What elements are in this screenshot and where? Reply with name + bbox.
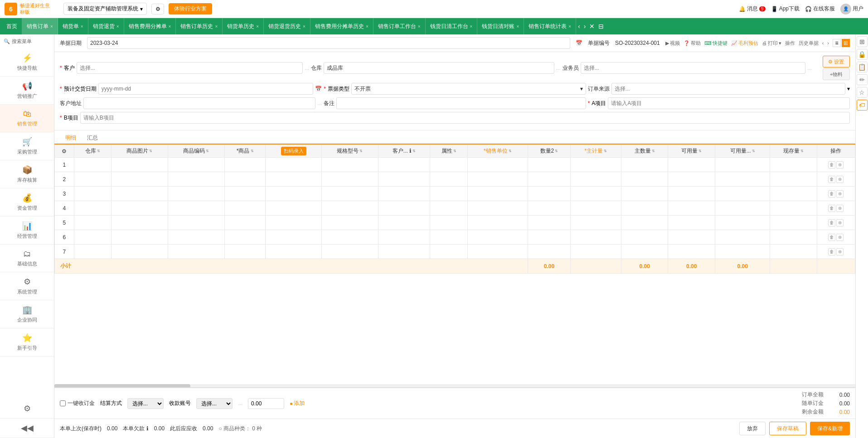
amount-input[interactable]: [248, 398, 284, 409]
salesperson-input[interactable]: [581, 62, 805, 74]
row-copy-6[interactable]: ⊕: [836, 234, 844, 241]
account-more-icon[interactable]: …: [238, 401, 242, 406]
row-copy-3[interactable]: ⊕: [836, 190, 844, 197]
row-delete-7[interactable]: 🗑: [828, 248, 835, 255]
calendar-icon[interactable]: 📅: [576, 40, 582, 46]
add-material-btn[interactable]: +物料: [823, 68, 850, 80]
close-sales-history-icon[interactable]: ×: [256, 24, 259, 29]
sidebar-collapse[interactable]: ◀◀: [0, 419, 54, 438]
tab-workbench[interactable]: 销售订单工作台 ×: [373, 18, 426, 34]
sidebar-item-inventory[interactable]: 📦 库存核算: [0, 160, 54, 188]
th-sku[interactable]: 商品编码⇅: [168, 145, 224, 158]
tab-sales-stat[interactable]: 销售订单统计表 ×: [524, 18, 576, 34]
th-sales-unit[interactable]: *销售单位⇅: [467, 145, 528, 158]
th-warehouse[interactable]: 仓库⇅: [74, 145, 111, 158]
a-project-input[interactable]: [608, 97, 850, 109]
b-project-input[interactable]: [80, 112, 850, 124]
th-available2[interactable]: 可用量...⇅: [715, 145, 770, 158]
right-icon-2[interactable]: 🔒: [857, 49, 868, 60]
row-delete-3[interactable]: 🗑: [828, 190, 835, 197]
nav-menu-icon[interactable]: ⊟: [596, 23, 606, 30]
operate-btn[interactable]: 操作: [785, 40, 795, 47]
view-btn[interactable]: ▶ 视频: [665, 40, 680, 47]
close-daily-reconcile-icon[interactable]: ×: [516, 24, 519, 29]
payment-select[interactable]: 选择...: [127, 398, 164, 409]
tab-summary[interactable]: 汇总: [82, 132, 103, 144]
close-sales-stat-icon[interactable]: ×: [568, 24, 571, 29]
profit-btn[interactable]: 📈 毛利预估: [731, 40, 758, 47]
tab-sales-order[interactable]: 销售订单 ×: [22, 18, 58, 34]
right-icon-5[interactable]: ☆: [857, 87, 868, 98]
discard-btn[interactable]: 放弃: [739, 422, 766, 435]
close-history-icon[interactable]: ×: [215, 24, 218, 29]
online-service-item[interactable]: 🎧 在线客服: [805, 5, 835, 13]
one-click-label[interactable]: 一键收订金: [60, 399, 95, 407]
right-icon-3[interactable]: 📋: [857, 62, 868, 72]
th-settings[interactable]: ⚙: [55, 145, 74, 158]
tab-sales[interactable]: 销货单 ×: [58, 18, 88, 34]
row-delete-1[interactable]: 🗑: [828, 161, 835, 168]
remark-input[interactable]: [336, 97, 586, 109]
nav-close-all-icon[interactable]: ✕: [587, 23, 596, 30]
close-sales-icon[interactable]: ×: [81, 24, 83, 29]
th-available[interactable]: 可用量⇅: [668, 145, 715, 158]
notification-item[interactable]: 🔔 消息 9: [739, 5, 766, 13]
th-scan[interactable]: 扫码录入: [266, 145, 321, 158]
customer-input[interactable]: [77, 62, 303, 74]
tab-sales-fee[interactable]: 销售费用分摊单 ×: [124, 18, 176, 34]
sidebar-item-marketing[interactable]: 📢 营销推广: [0, 77, 54, 105]
grid-view-icon[interactable]: ⊞: [842, 39, 850, 47]
close-sales-fee-icon[interactable]: ×: [169, 24, 171, 29]
save-draft-btn[interactable]: 保存草稿: [769, 422, 806, 435]
th-main-qty[interactable]: 主数量⇅: [621, 145, 668, 158]
delivery-calendar-icon[interactable]: 📅: [315, 86, 322, 92]
row-delete-4[interactable]: 🗑: [828, 205, 835, 212]
tab-daily-reconcile[interactable]: 钱货日清对账 ×: [477, 18, 524, 34]
sidebar-item-operations[interactable]: 📊 经营管理: [0, 217, 54, 245]
right-icon-1[interactable]: ⊞: [857, 36, 868, 47]
tab-sales-order-history[interactable]: 销售订单历史 ×: [176, 18, 223, 34]
row-copy-2[interactable]: ⊕: [836, 176, 844, 183]
list-view-icon[interactable]: ≡: [833, 39, 841, 47]
scroll-thumb[interactable]: [54, 384, 190, 388]
nav-next-arrow[interactable]: ›: [582, 23, 588, 30]
th-product[interactable]: *商品⇅: [224, 145, 265, 158]
date-input[interactable]: [87, 37, 570, 49]
industry-btn[interactable]: 体验行业方案: [169, 3, 212, 14]
row-copy-5[interactable]: ⊕: [836, 219, 844, 226]
sidebar-item-base[interactable]: 🗂 基础信息: [0, 245, 54, 272]
row-copy-1[interactable]: ⊕: [836, 161, 844, 168]
row-copy-7[interactable]: ⊕: [836, 248, 844, 255]
right-icon-6[interactable]: 🏷: [857, 100, 868, 111]
sidebar-item-newbie[interactable]: ⭐ 新手引导: [0, 328, 54, 356]
th-customer-code[interactable]: 客户... ℹ⇅: [378, 145, 430, 158]
sidebar-item-enterprise[interactable]: 🏢 企业协同: [0, 300, 54, 328]
th-qty2[interactable]: 数量2⇅: [528, 145, 570, 158]
settings-float-btn[interactable]: ⚙ 设置: [823, 56, 850, 67]
save-new-btn[interactable]: 保存&新增: [810, 422, 850, 435]
tab-home[interactable]: 首页: [2, 18, 22, 34]
th-spec[interactable]: 规格型号⇅: [321, 145, 378, 158]
nav-prev-arrow[interactable]: ‹: [576, 23, 582, 30]
addr-input[interactable]: [83, 97, 315, 109]
nav-right-icon[interactable]: ›: [827, 40, 829, 46]
app-download-item[interactable]: 📱 App下载: [771, 5, 800, 13]
invoice-select[interactable]: 不开票 ▾: [351, 83, 586, 95]
system-selector[interactable]: 装备及固定资产辅助管理系统 ▾: [63, 3, 147, 15]
print-btn[interactable]: 🖨 打印 ▾: [762, 40, 781, 47]
settings-icon[interactable]: ⚙: [151, 4, 164, 14]
account-select[interactable]: 选择...: [196, 398, 233, 409]
warehouse-more-icon[interactable]: …: [556, 66, 561, 71]
sidebar-item-quick[interactable]: ⚡ 快捷导航: [0, 48, 54, 77]
sidebar-item-system[interactable]: ⚙ 系统管理: [0, 272, 54, 300]
close-return-history-icon[interactable]: ×: [303, 24, 305, 29]
sidebar-item-sales[interactable]: 🛍 销售管理: [0, 105, 54, 132]
customer-more-icon[interactable]: …: [305, 66, 309, 71]
tab-daily-workbench[interactable]: 钱货日清工作台 ×: [426, 18, 478, 34]
horizontal-scrollbar[interactable]: [54, 384, 855, 388]
th-image[interactable]: 商品图片⇅: [111, 145, 168, 158]
salesperson-more-icon[interactable]: …: [807, 66, 812, 71]
row-copy-4[interactable]: ⊕: [836, 205, 844, 212]
close-sales-return-icon[interactable]: ×: [116, 24, 119, 29]
sidebar-item-finance[interactable]: 💰 资金管理: [0, 188, 54, 217]
